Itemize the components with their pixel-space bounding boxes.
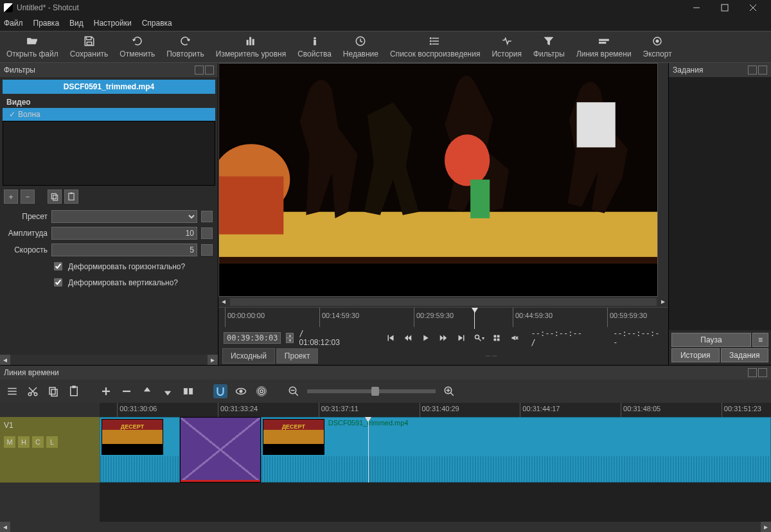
play-button[interactable]	[420, 332, 432, 344]
panel-close-icon[interactable]	[758, 368, 767, 377]
track-lock-button[interactable]: L	[46, 436, 58, 448]
copy-filter-button[interactable]	[48, 190, 62, 204]
track-head-v1[interactable]: V1 M H C L	[0, 417, 100, 483]
split-button[interactable]	[181, 384, 195, 398]
history-button[interactable]: История	[492, 35, 522, 58]
copy-button[interactable]	[46, 384, 60, 398]
jobs-panel-title: Задания	[673, 66, 703, 75]
param-speed-reset[interactable]	[201, 244, 213, 256]
deform-vertical-checkbox[interactable]: Деформировать вертикально?	[5, 276, 213, 288]
list-icon	[429, 35, 441, 47]
menu-help[interactable]: Справка	[142, 19, 172, 28]
svg-point-15	[430, 43, 431, 44]
zoom-slider[interactable]	[307, 389, 436, 393]
mute-button[interactable]	[508, 332, 521, 344]
preview-scrubber[interactable]: 00:00:00:00 00:14:59:30 00:29:59:30 00:4…	[218, 307, 668, 329]
filters-h-scrollbar[interactable]: ◂▸	[0, 355, 218, 365]
clip-1[interactable]: ДЕСЕРТ	[100, 417, 180, 483]
preset-save-button[interactable]	[201, 211, 213, 222]
video-track-v1[interactable]: ДЕСЕРТ ДЕСЕРТ DSCF0591_trimmed.mp4	[100, 417, 771, 483]
pause-button[interactable]: Пауза	[671, 333, 751, 347]
scrub-audio-button[interactable]	[234, 384, 248, 398]
zoom-dropdown-button[interactable]: ▾	[473, 332, 486, 344]
jobs-tab-button[interactable]: Задания	[721, 348, 769, 362]
track-mute-button[interactable]: M	[4, 436, 15, 448]
overwrite-button[interactable]	[161, 384, 175, 398]
timeline-tracks[interactable]: 00:31:30:06 00:31:33:24 00:31:37:11 00:3…	[100, 403, 771, 522]
cut-button[interactable]	[26, 384, 40, 398]
skip-start-button[interactable]	[384, 332, 397, 344]
recent-button[interactable]: Недавние	[343, 35, 378, 58]
add-filter-button[interactable]: ＋	[4, 190, 18, 204]
minimize-button[interactable]	[682, 0, 711, 15]
panel-float-icon[interactable]	[195, 66, 204, 75]
skip-end-button[interactable]	[455, 332, 468, 344]
redo-button[interactable]: Повторить	[166, 35, 204, 58]
undo-button[interactable]: Отменить	[120, 35, 155, 58]
applied-filter-row[interactable]: ✓ Волна	[3, 108, 215, 121]
svg-point-7	[314, 37, 315, 39]
lift-button[interactable]	[140, 384, 154, 398]
open-file-button[interactable]: Открыть файл	[6, 35, 58, 58]
zoom-in-button[interactable]	[442, 384, 456, 398]
properties-button[interactable]: Свойства	[297, 35, 332, 58]
panel-float-icon[interactable]	[748, 66, 757, 75]
track-composite-button[interactable]: C	[32, 436, 44, 448]
menu-settings[interactable]: Настройки	[94, 19, 132, 28]
timeline-ruler[interactable]: 00:31:30:06 00:31:33:24 00:31:37:11 00:3…	[100, 403, 771, 417]
save-button[interactable]: Сохранить	[70, 35, 109, 58]
preview-v-scrollbar[interactable]	[658, 63, 668, 297]
rewind-button[interactable]	[402, 332, 414, 344]
current-timecode[interactable]: 00:39:30:03	[224, 332, 281, 344]
param-amplitude-input[interactable]	[51, 227, 197, 240]
paste-button[interactable]	[67, 384, 81, 398]
panel-close-icon[interactable]	[758, 66, 767, 75]
svg-rect-51	[71, 387, 78, 396]
jobs-menu-button[interactable]: ≡	[752, 333, 768, 347]
video-preview[interactable]	[218, 63, 658, 297]
paste-filter-button[interactable]	[64, 190, 78, 204]
param-amplitude-reset[interactable]	[201, 227, 213, 239]
titlebar: Untitled* - Shotcut	[0, 0, 771, 15]
timecode-spinner[interactable]: ▲▼	[286, 333, 294, 343]
clip-2[interactable]: ДЕСЕРТ DSCF0591_trimmed.mp4	[261, 417, 771, 483]
fast-forward-button[interactable]	[438, 332, 450, 344]
panel-close-icon[interactable]	[205, 66, 214, 75]
grid-button[interactable]	[490, 332, 503, 344]
history-tab-button[interactable]: История	[671, 348, 720, 362]
remove-filter-button[interactable]: －	[21, 190, 35, 204]
filters-button[interactable]: Фильтры	[533, 35, 565, 58]
menu-edit[interactable]: Правка	[33, 19, 60, 28]
tab-source[interactable]: Исходный	[222, 348, 275, 364]
snap-button[interactable]	[213, 384, 227, 398]
menu-view[interactable]: Вид	[69, 19, 84, 28]
ripple-delete-button[interactable]	[120, 384, 134, 398]
track-hide-button[interactable]: H	[18, 436, 30, 448]
timeline-playhead[interactable]	[368, 417, 369, 483]
menu-file[interactable]: Файл	[4, 19, 23, 28]
preset-select[interactable]	[51, 210, 197, 223]
svg-rect-37	[497, 335, 500, 338]
deform-horizontal-checkbox[interactable]: Деформировать горизонтально?	[5, 260, 213, 272]
preview-h-scrollbar[interactable]: ◂▸	[218, 297, 668, 307]
menu-bar: Файл Правка Вид Настройки Справка	[0, 15, 771, 31]
close-button[interactable]	[739, 0, 767, 15]
ripple-button[interactable]	[254, 384, 269, 398]
panel-float-icon[interactable]	[748, 368, 757, 377]
zoom-out-button[interactable]	[287, 384, 301, 398]
param-speed-input[interactable]	[51, 244, 197, 256]
filter-category-label: Видео	[0, 96, 218, 108]
timeline-menu-button[interactable]	[5, 384, 19, 398]
tab-project[interactable]: Проект	[276, 348, 319, 364]
timeline-button[interactable]: Линия времени	[576, 35, 632, 58]
drag-handle-icon[interactable]: ┄┄	[319, 351, 664, 360]
maximize-button[interactable]	[711, 0, 739, 15]
export-button[interactable]: Экспорт	[643, 35, 672, 58]
filters-panel: Фильтры DSCF0591_trimmed.mp4 Видео ✓ Вол…	[0, 63, 218, 365]
level-meter-button[interactable]: Измеритель уровня	[216, 35, 286, 58]
filter-list-area	[3, 121, 215, 186]
playlist-button[interactable]: Список воспроизведения	[390, 35, 480, 58]
append-button[interactable]	[99, 384, 113, 398]
timeline-h-scrollbar[interactable]: ◂▸	[0, 522, 771, 532]
transition-1[interactable]	[180, 417, 260, 483]
